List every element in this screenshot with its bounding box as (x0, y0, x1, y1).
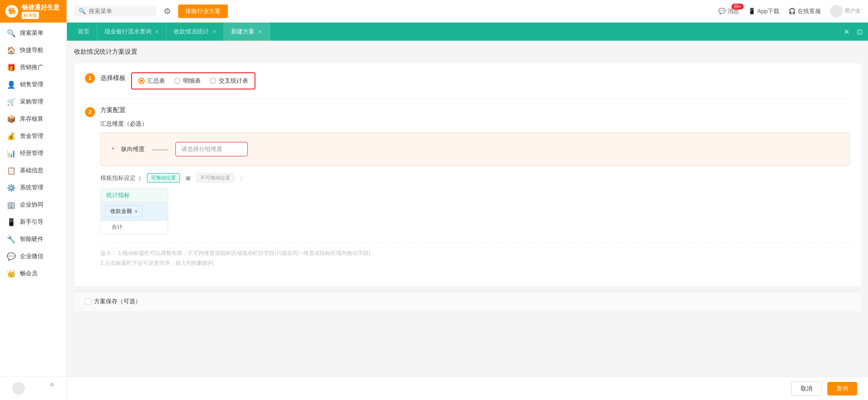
save-option-row[interactable]: 方案保存（可选） (85, 297, 850, 306)
sidebar-item-search[interactable]: 🔍 搜索菜单 (0, 24, 66, 42)
step1-content: 选择模板 汇总表 明细表 (100, 72, 850, 89)
step2-section: 2 方案配置 汇总维度（必选） * 纵向维度 —— (85, 106, 850, 268)
sidebar-item-basic-info[interactable]: 📋 基础信息 (0, 162, 66, 179)
tab-bank-close[interactable]: × (155, 28, 159, 35)
sidebar-item-label: 新手引导 (20, 218, 43, 226)
tab-bank-label: 现金银行流水查询 (104, 28, 151, 36)
tab-collection-close[interactable]: × (212, 28, 216, 35)
tab-home-label: 首页 (78, 28, 90, 36)
sidebar-item-label: 智能硬件 (20, 235, 43, 243)
sidebar-item-label: 采购管理 (20, 98, 43, 106)
top-header: 🔍 ⚙ 体验行业方案 💬 消息 99+ 📱 App下载 🎧 在线客服 用户名 (67, 0, 868, 23)
radio-cross-dot (210, 78, 216, 84)
notifications-btn[interactable]: 💬 消息 99+ (718, 7, 739, 15)
list-icon: 📋 (7, 166, 15, 174)
sidebar-item-system[interactable]: ⚙️ 系统管理 (0, 179, 66, 196)
non-draggable-badge: 不可拖动位置 (196, 173, 234, 183)
sidebar-item-corp-collab[interactable]: 🏢 企业协同 (0, 196, 66, 213)
content-area: 收款情况统计方案设置 1 选择模板 汇总表 (67, 41, 868, 376)
sidebar-item-quick-nav[interactable]: 🏠 快捷导航 (0, 42, 66, 59)
notification-badge: 99+ (731, 4, 744, 9)
save-option-checkbox[interactable] (85, 298, 91, 305)
settings-icon: ⚙ (50, 382, 54, 388)
metric-tag-amount[interactable]: 收款金额 ▾ (105, 205, 142, 217)
sidebar-item-operations[interactable]: 📊 经营管理 (0, 145, 66, 162)
avatar (830, 5, 843, 18)
sidebar-item-finance[interactable]: 💰 资金管理 (0, 127, 66, 145)
tab-home[interactable]: 首页 (71, 23, 97, 41)
radio-detail[interactable]: 明细表 (174, 77, 201, 85)
vertical-dimension-label: 纵向维度 (121, 145, 145, 153)
sidebar-item-beginner[interactable]: 📱 新手引导 (0, 213, 66, 231)
tab-collection-label: 收款情况统计 (174, 28, 209, 36)
required-star: * (112, 146, 114, 153)
edition-badge: 标准版 (22, 12, 39, 19)
building-icon: 🏢 (7, 201, 15, 209)
username-text: 用户名 (844, 7, 861, 15)
tab-expand-icon[interactable]: ⊡ (855, 26, 864, 38)
metrics-section: 模板指标设定（ 可拖动位置 ▣ 不可拖动位置 ） 统计指标 (100, 173, 850, 235)
radio-summary[interactable]: 汇总表 (138, 77, 165, 85)
download-label: App下载 (757, 7, 779, 15)
logo-icon: 畅 (5, 5, 18, 18)
metrics-title-close: ） (240, 174, 245, 182)
radio-detail-dot (174, 78, 180, 84)
user-avatar-btn[interactable]: 用户名 (830, 5, 861, 18)
tab-collection[interactable]: 收款情况统计 × (166, 23, 224, 41)
service-label: 在线客服 (797, 7, 821, 15)
download-icon: 📱 (748, 8, 755, 14)
sidebar-bottom: ⚙ (0, 376, 66, 400)
cancel-button[interactable]: 取消 (791, 381, 822, 396)
sidebar-item-purchase[interactable]: 🛒 采购管理 (0, 93, 66, 110)
sidebar-item-inventory[interactable]: 📦 库存核算 (0, 110, 66, 127)
dimension-title-text: 汇总维度（必选） (100, 120, 147, 127)
sidebar-item-label: 畅会员 (20, 269, 38, 278)
radio-cross-label: 交叉统计表 (219, 77, 248, 85)
industry-btn[interactable]: 体验行业方案 (178, 5, 228, 18)
tab-close-all-icon[interactable]: ✕ (842, 26, 851, 38)
logo-text: 畅捷通好生意 (22, 4, 60, 11)
main-area: 🔍 ⚙ 体验行业方案 💬 消息 99+ 📱 App下载 🎧 在线客服 用户名 (67, 0, 868, 400)
sidebar-item-corp-wechat[interactable]: 💬 企业微信 (0, 248, 66, 265)
sidebar-menu: 🔍 搜索菜单 🏠 快捷导航 🎁 营销推广 👤 销售管理 🛒 采购管理 📦 库存核… (0, 23, 66, 376)
service-btn[interactable]: 🎧 在线客服 (788, 7, 821, 15)
download-btn[interactable]: 📱 App下载 (748, 7, 779, 15)
page-title: 收款情况统计方案设置 (74, 48, 861, 56)
sidebar-bottom-settings[interactable]: ⚙ (46, 380, 58, 396)
tab-new-plan-close[interactable]: × (258, 28, 262, 35)
radio-cross[interactable]: 交叉统计表 (210, 77, 248, 85)
sidebar-item-label: 企业微信 (20, 252, 43, 260)
header-right: 💬 消息 99+ 📱 App下载 🎧 在线客服 用户名 (718, 5, 861, 18)
sidebar-item-marketing[interactable]: 🎁 营销推广 (0, 59, 66, 76)
step1-badge: 1 (85, 73, 95, 83)
gear2-icon: ⚙️ (7, 184, 15, 192)
gear-icon[interactable]: ⚙ (162, 5, 173, 18)
user-icon: 👤 (7, 80, 15, 89)
sidebar-item-label: 经营管理 (20, 149, 43, 157)
tab-bar-controls: ✕ ⊡ (842, 26, 864, 38)
step2-content: 方案配置 汇总维度（必选） * 纵向维度 —— 请选 (100, 106, 850, 268)
sidebar-bottom-avatar[interactable] (9, 380, 28, 396)
radio-summary-dot (138, 78, 145, 84)
tab-new-plan-label: 新建方案 (231, 28, 255, 36)
template-radio-group: 汇总表 明细表 交叉统计表 (131, 72, 255, 89)
sidebar-item-smart-hw[interactable]: 🔧 智能硬件 (0, 231, 66, 248)
chat-icon: 💬 (7, 252, 15, 260)
metrics-section-label: 统计指标 (106, 192, 130, 198)
draggable-badge: 可拖动位置 (147, 173, 180, 183)
search-icon: 🔍 (79, 8, 86, 14)
search-input[interactable] (89, 8, 152, 14)
tab-new-plan[interactable]: 新建方案 × (224, 23, 269, 41)
dimension-arrow: —— (152, 145, 168, 154)
settings-card: 1 选择模板 汇总表 明细表 (74, 63, 861, 286)
sidebar-item-sales[interactable]: 👤 销售管理 (0, 76, 66, 93)
sidebar-item-membership[interactable]: 👑 畅会员 (0, 265, 66, 282)
sidebar-item-label: 系统管理 (20, 184, 43, 192)
sidebar-item-label: 销售管理 (20, 80, 43, 89)
sidebar-item-label: 库存核算 (20, 115, 43, 123)
query-button[interactable]: 查询 (827, 382, 857, 395)
dimension-select[interactable]: 请选择分组维度 (175, 142, 248, 156)
radio-summary-label: 汇总表 (147, 77, 165, 85)
tab-bank[interactable]: 现金银行流水查询 × (97, 23, 166, 41)
tab-bar: 首页 现金银行流水查询 × 收款情况统计 × 新建方案 × ✕ ⊡ (67, 23, 868, 41)
